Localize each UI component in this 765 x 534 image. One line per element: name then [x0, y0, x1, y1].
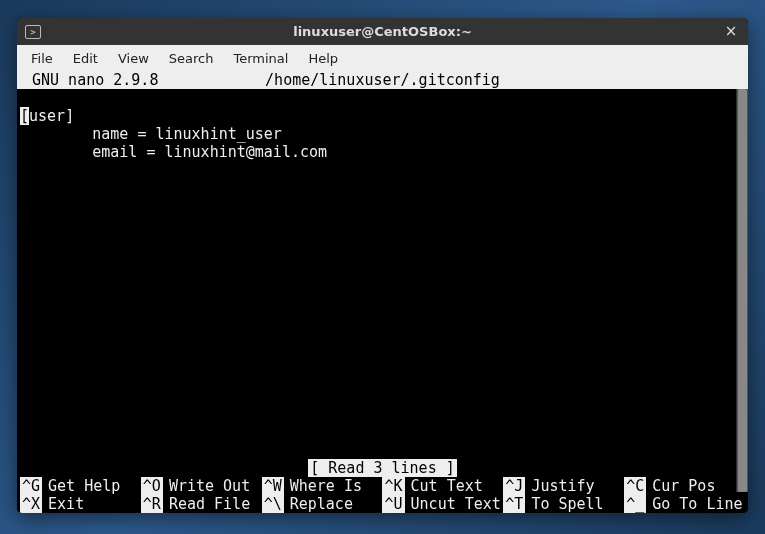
shortcut-to-spell: ^TTo Spell	[503, 495, 624, 513]
menu-file[interactable]: File	[21, 48, 63, 69]
shortcut-replace: ^\Replace	[262, 495, 383, 513]
shortcut-row-2: ^XExit ^RRead File ^\Replace ^UUncut Tex…	[20, 495, 745, 513]
shortcut-go-to-line: ^_Go To Line	[624, 495, 745, 513]
nano-shortcuts: ^GGet Help ^OWrite Out ^WWhere Is ^KCut …	[17, 477, 748, 513]
shortcut-row-1: ^GGet Help ^OWrite Out ^WWhere Is ^KCut …	[20, 477, 745, 495]
menu-terminal[interactable]: Terminal	[223, 48, 298, 69]
content-line2: name = linuxhint_user	[20, 125, 282, 143]
menu-search[interactable]: Search	[159, 48, 224, 69]
shortcut-cut-text: ^KCut Text	[382, 477, 503, 495]
menu-help[interactable]: Help	[298, 48, 348, 69]
nano-status: [ Read 3 lines ]	[17, 459, 748, 477]
shortcut-write-out: ^OWrite Out	[141, 477, 262, 495]
shortcut-cur-pos: ^CCur Pos	[624, 477, 745, 495]
nano-content[interactable]: [user] name = linuxhint_user email = lin…	[17, 107, 748, 161]
content-line1: user]	[29, 107, 74, 125]
shortcut-uncut-text: ^UUncut Text	[382, 495, 503, 513]
shortcut-justify: ^JJustify	[503, 477, 624, 495]
nano-version: GNU nano 2.9.8	[20, 71, 158, 89]
content-line3: email = linuxhint@mail.com	[20, 143, 327, 161]
terminal-area[interactable]: GNU nano 2.9.8 /home/linuxuser/.gitconfi…	[17, 71, 748, 513]
terminal-icon	[25, 25, 41, 39]
nano-footer: [ Read 3 lines ] ^GGet Help ^OWrite Out …	[17, 459, 748, 513]
nano-header: GNU nano 2.9.8 /home/linuxuser/.gitconfi…	[17, 71, 748, 89]
menubar: File Edit View Search Terminal Help	[17, 45, 748, 71]
window-title: linuxuser@CentOSBox:~	[17, 24, 748, 39]
scrollbar[interactable]	[736, 89, 748, 492]
menu-edit[interactable]: Edit	[63, 48, 108, 69]
scrollbar-thumb[interactable]	[738, 89, 747, 492]
titlebar[interactable]: linuxuser@CentOSBox:~ ×	[17, 18, 748, 45]
shortcut-where-is: ^WWhere Is	[262, 477, 383, 495]
menu-view[interactable]: View	[108, 48, 159, 69]
terminal-window: linuxuser@CentOSBox:~ × File Edit View S…	[17, 18, 748, 513]
close-button[interactable]: ×	[722, 24, 740, 39]
shortcut-get-help: ^GGet Help	[20, 477, 141, 495]
shortcut-read-file: ^RRead File	[141, 495, 262, 513]
cursor: [	[20, 107, 29, 125]
shortcut-exit: ^XExit	[20, 495, 141, 513]
